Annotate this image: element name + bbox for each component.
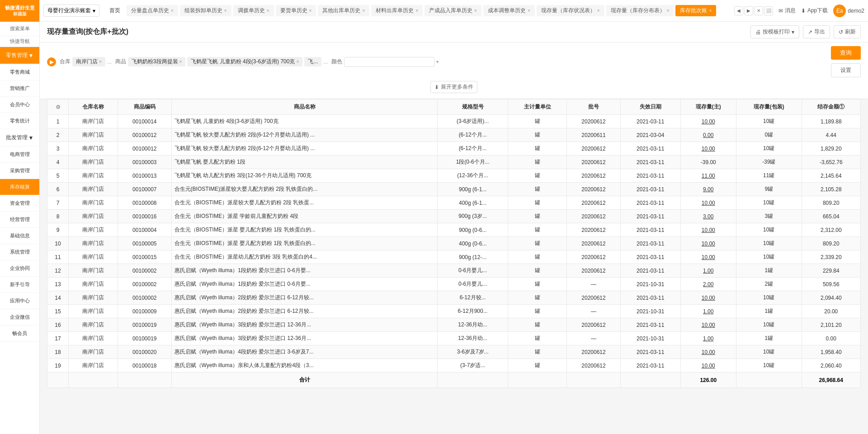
product-tag-feihe-kids[interactable]: 飞鹤星飞帆 儿童奶粉 4段(3-6岁适用) 700克 × — [187, 57, 302, 66]
nav-tab-home[interactable]: 首页 — [105, 5, 125, 16]
sidebar-item-retail-mgmt[interactable]: 零售管理 ▼ — [0, 47, 39, 64]
sidebar-item-membership[interactable]: 会员中心 — [0, 97, 39, 113]
cell-qty-main[interactable]: 1.00 — [680, 332, 736, 345]
export-button[interactable]: ↗ 导出 — [803, 25, 830, 38]
print-button[interactable]: 🖨 按模板打印 ▾ — [750, 25, 799, 38]
cell-batch: — — [567, 278, 621, 291]
nav-fullscreen-button[interactable]: ⬜ — [764, 6, 773, 15]
sidebar-item-finance[interactable]: 资金管理 — [0, 195, 39, 212]
account-dropdown[interactable]: 母婴行业演示账套 ▾ — [43, 5, 99, 17]
cell-qty-main[interactable]: 1.00 — [680, 264, 736, 278]
cell-expire: 2021-03-11 — [620, 142, 680, 156]
cell-qty-main[interactable]: 0.00 — [680, 128, 736, 142]
cell-qty-main[interactable]: 9.00 — [680, 183, 736, 196]
product-tag-feihe3[interactable]: 飞鹤奶粉3段两提装 × — [128, 57, 186, 66]
close-transfer-icon[interactable]: × — [267, 8, 269, 13]
color-dropdown-icon[interactable]: ▾ — [436, 59, 439, 64]
sidebar-item-enterprise-collab[interactable]: 企业协同 — [0, 260, 39, 277]
product-tag-feihe-kids-close-icon[interactable]: × — [296, 59, 299, 64]
cell-qty-main[interactable]: 10.00 — [680, 318, 736, 332]
cell-qty-main[interactable]: 10.00 — [680, 196, 736, 210]
cell-qty-main[interactable]: 10.00 — [680, 291, 736, 305]
close-requisition-icon[interactable]: × — [309, 8, 312, 13]
filter-expand-sidebar[interactable]: ▶ — [47, 57, 56, 66]
nav-tab-finished-inbound[interactable]: 产成品入库单历史 × — [425, 5, 481, 16]
sidebar-item-purchase[interactable]: 采购管理 — [0, 163, 39, 179]
sidebar-search[interactable]: 搜索菜单 — [0, 22, 39, 36]
cell-spec: (6-12个月... — [438, 128, 508, 142]
warehouse-more-icon[interactable]: ... — [107, 59, 112, 65]
nav-prev-button[interactable]: ◀ — [734, 6, 743, 15]
query-button[interactable]: 查询 — [831, 46, 861, 60]
cell-qty-main[interactable]: 10.00 — [680, 359, 736, 373]
close-cost-adjust-icon[interactable]: × — [528, 8, 530, 13]
nav-tab-batch-account[interactable]: 库存批次账 × — [675, 5, 716, 16]
app-download-btn[interactable]: ⬇ App下载 — [801, 7, 828, 14]
cell-qty-main[interactable]: 2.00 — [680, 278, 736, 291]
nav-tab-inventory-dist[interactable]: 现存量（库存分布表） × — [606, 5, 674, 16]
cell-warehouse: 南岸门店 — [69, 237, 118, 250]
settings-button[interactable]: 设置 — [831, 63, 861, 77]
sidebar-item-wholesale[interactable]: 批发管理 ▼ — [0, 129, 39, 146]
sidebar-item-basic-info[interactable]: 基础信息 — [0, 228, 39, 244]
cell-qty-main[interactable]: 1.00 — [680, 305, 736, 318]
sidebar-item-operations[interactable]: 经营管理 — [0, 212, 39, 228]
cell-no: 11 — [47, 250, 69, 264]
cell-qty-main[interactable]: 10.00 — [680, 115, 736, 128]
product-tag-more[interactable]: 飞... — [304, 57, 321, 66]
close-batch-account-icon[interactable]: × — [709, 8, 712, 13]
sidebar-item-app-center[interactable]: 应用中心 — [0, 293, 39, 309]
nav-tab-inventory-status[interactable]: 现存量（库存状况表） × — [537, 5, 604, 16]
sidebar-item-ecommerce[interactable]: 电商管理 — [0, 146, 39, 163]
nav-tab-other-outbound[interactable]: 其他出库单历史 × — [318, 5, 369, 16]
sidebar-item-enterprise-wechat[interactable]: 企业微信 — [0, 309, 39, 326]
close-material-outbound-icon[interactable]: × — [415, 8, 418, 13]
cell-qty-main[interactable]: 10.00 — [680, 223, 736, 237]
product-tag-feihe-kids-text: 飞鹤星飞帆 儿童奶粉 4段(3-6岁适用) 700克 — [191, 58, 295, 66]
sidebar-item-newbie-guide[interactable]: 新手引导 — [0, 277, 39, 293]
cell-qty-main[interactable]: 10.00 — [680, 142, 736, 156]
cell-qty-main[interactable]: 10.00 — [680, 345, 736, 359]
table-settings-icon[interactable]: ⚙ — [56, 104, 61, 110]
sidebar-item-membership-product[interactable]: 畅会员 — [0, 326, 39, 342]
close-finished-inbound-icon[interactable]: × — [474, 8, 477, 13]
cell-expire: 2021-03-11 — [620, 223, 680, 237]
cell-qty-main[interactable]: -39.00 — [680, 156, 736, 169]
cell-qty-main[interactable]: 3.00 — [680, 210, 736, 223]
nav-next-button[interactable]: ▶ — [744, 6, 753, 15]
close-inventory-dist-icon[interactable]: × — [667, 8, 670, 13]
nav-tab-material-outbound[interactable]: 材料出库单历史 × — [371, 5, 423, 16]
nav-close-button[interactable]: ✕ — [754, 6, 763, 15]
product-tag-feihe3-close-icon[interactable]: × — [179, 59, 182, 64]
cell-qty-main[interactable]: 11.00 — [680, 169, 736, 183]
sidebar-quick-nav[interactable]: 快捷导航 — [0, 36, 39, 47]
product-more-icon[interactable]: ... — [323, 59, 328, 65]
cell-name: 合生元（BIOSTIME）派星 婴儿配方奶粉 1段 乳铁蛋白的... — [171, 237, 438, 250]
sidebar-item-system[interactable]: 系统管理 — [0, 244, 39, 260]
cell-expire: 2021-03-11 — [620, 210, 680, 223]
sidebar-item-marketing[interactable]: 营销推广 — [0, 80, 39, 97]
close-other-outbound-icon[interactable]: × — [362, 8, 365, 13]
warehouse-tag-close-icon[interactable]: × — [99, 59, 102, 64]
expand-conditions-button[interactable]: ⬇ 展开更多条件 — [430, 81, 477, 93]
nav-tab-transfer[interactable]: 调拨单历史 × — [233, 5, 274, 16]
nav-tab-disassemble[interactable]: 组装拆卸单历史 × — [180, 5, 231, 16]
cell-qty-pack: 1罐 — [736, 305, 802, 318]
color-filter-input[interactable] — [344, 57, 434, 67]
cell-balance: 509.56 — [802, 278, 860, 291]
refresh-button[interactable]: ↺ 刷新 — [834, 25, 861, 38]
sidebar-item-retail-shop[interactable]: 零售商城 — [0, 64, 39, 80]
nav-tab-requisition[interactable]: 要货单历史 × — [276, 5, 316, 16]
sidebar-item-inventory[interactable]: 库存核算 — [0, 179, 39, 195]
warehouse-tag-nanan[interactable]: 南岸门店 × — [72, 57, 105, 66]
nav-tab-split-inventory[interactable]: 分量盘点单历史 × — [127, 5, 178, 16]
nav-tab-cost-adjust[interactable]: 成本调整单历史 × — [483, 5, 535, 16]
cell-qty-main[interactable]: 10.00 — [680, 250, 736, 264]
user-profile-btn[interactable]: Ea demo2 — [833, 5, 864, 17]
close-disassemble-icon[interactable]: × — [224, 8, 227, 13]
message-icon-btn[interactable]: ✉ 消息 — [778, 7, 796, 14]
close-split-inventory-icon[interactable]: × — [171, 8, 174, 13]
close-inventory-status-icon[interactable]: × — [597, 8, 600, 13]
sidebar-item-retail-stats[interactable]: 零售统计 — [0, 113, 39, 129]
cell-qty-main[interactable]: 10.00 — [680, 237, 736, 250]
